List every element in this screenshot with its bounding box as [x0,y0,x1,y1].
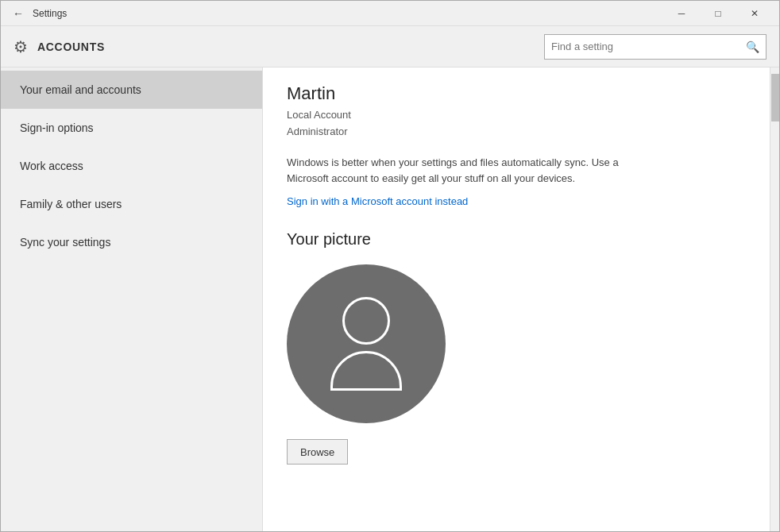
window-controls: ─ □ ✕ [663,1,773,26]
browse-button[interactable]: Browse [287,439,348,465]
sidebar: Your email and accounts Sign-in options … [1,67,263,531]
back-button[interactable]: ← [7,2,29,25]
avatar [287,264,446,423]
avatar-icon [330,297,402,391]
app-header: ⚙ ACCOUNTS 🔍 [1,26,779,67]
scrollbar-track[interactable] [770,67,779,531]
search-input[interactable] [545,40,739,52]
accounts-icon: ⚙ [14,37,28,56]
settings-window: ← Settings ─ □ ✕ ⚙ ACCOUNTS 🔍 Your email… [0,0,780,532]
app-title: ACCOUNTS [37,40,105,53]
close-button[interactable]: ✕ [736,1,773,26]
avatar-head [342,297,390,345]
back-icon: ← [13,7,24,20]
sidebar-item-label: Family & other users [20,198,122,210]
ms-account-link[interactable]: Sign in with a Microsoft account instead [287,195,468,207]
main-layout: Your email and accounts Sign-in options … [1,67,779,531]
search-icon: 🔍 [739,40,766,53]
search-box[interactable]: 🔍 [544,34,766,60]
sync-message: Windows is better when your settings and… [287,155,636,188]
sidebar-item-family-users[interactable]: Family & other users [1,185,262,223]
sidebar-item-email-accounts[interactable]: Your email and accounts [1,71,262,109]
maximize-button[interactable]: □ [700,1,736,26]
sidebar-item-label: Work access [20,160,83,172]
sidebar-item-label: Sync your settings [20,236,110,249]
account-role: Administrator [287,124,746,141]
picture-section-title: Your picture [287,230,746,249]
sidebar-item-signin-options[interactable]: Sign-in options [1,109,262,147]
title-bar: ← Settings ─ □ ✕ [1,1,779,26]
sidebar-item-label: Sign-in options [20,121,94,134]
content-area: Martin Local Account Administrator Windo… [263,67,770,531]
user-name: Martin [287,83,746,104]
scrollbar-thumb[interactable] [771,74,779,121]
window-title: Settings [33,8,67,19]
account-type: Local Account [287,107,746,124]
sidebar-item-work-access[interactable]: Work access [1,147,262,185]
avatar-body [330,351,402,391]
minimize-button[interactable]: ─ [663,1,700,26]
sidebar-item-sync-settings[interactable]: Sync your settings [1,223,262,261]
sidebar-item-label: Your email and accounts [20,83,141,96]
